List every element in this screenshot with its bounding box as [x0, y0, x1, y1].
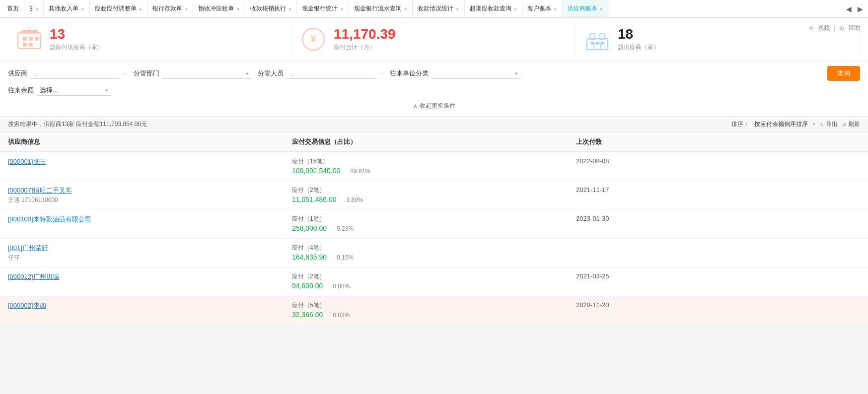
- filter-category: 往来单位分类: [390, 68, 521, 79]
- svg-rect-2: [23, 37, 27, 41]
- tx-cell-4: 应付（2笔）94,600.000.08%: [292, 272, 576, 290]
- total-payable-label: 应付合计（万）: [334, 43, 396, 52]
- close-tab-collection-stat[interactable]: ×: [456, 6, 459, 12]
- total-supplier-icon: [584, 26, 611, 53]
- help-icon: ⊙: [839, 25, 844, 32]
- nav-arrow-right[interactable]: ▶: [855, 0, 866, 18]
- tx-amount-2[interactable]: 258,000.00: [292, 224, 327, 232]
- close-tab-bank-deposit[interactable]: ×: [185, 6, 188, 12]
- query-button[interactable]: 查询: [827, 66, 860, 81]
- supplier-link-5[interactable]: [000002]李四: [8, 302, 46, 309]
- close-tab-payable-adjust[interactable]: ×: [139, 6, 142, 12]
- filter-balance: 往来余额 选择...: [8, 85, 111, 96]
- nav-tab-supplier-account[interactable]: 供应商账本×: [563, 0, 608, 18]
- supplier-link-4[interactable]: [000012]广州贝瑞: [8, 273, 59, 280]
- supplier-cell-4: [000012]广州贝瑞: [8, 272, 292, 281]
- col-tx-info: 应付交易信息（占比）: [292, 137, 576, 146]
- tx-percent-2: 0.23%: [337, 225, 354, 232]
- supplier-more-icon[interactable]: ···: [123, 70, 128, 77]
- close-tab-other-income[interactable]: ×: [81, 6, 84, 12]
- last-pay-4: 2021-03-25: [576, 272, 860, 280]
- col-supplier-info: 供应商信息: [8, 137, 292, 146]
- payable-suppliers-label: 总应付供应商（家）: [50, 43, 103, 52]
- tx-amount-0[interactable]: 100,092,540.00: [292, 167, 340, 175]
- tx-amount-3[interactable]: 164,635.90: [292, 253, 327, 261]
- last-pay-1: 2021-11-17: [576, 186, 860, 194]
- video-link[interactable]: 视频: [818, 24, 830, 32]
- person-more-icon[interactable]: ···: [379, 70, 384, 77]
- supplier-link-0[interactable]: [000001]张三: [8, 158, 46, 165]
- tx-amount-4[interactable]: 94,600.00: [292, 282, 323, 290]
- supplier-cell-0: [000001]张三: [8, 157, 292, 166]
- close-tab-cash-bank-flow[interactable]: ×: [404, 6, 407, 12]
- close-tab-customer-account[interactable]: ×: [554, 6, 557, 12]
- summary-area: ¥ 13 总应付供应商（家） ¥ 11,170.39 应付合计（万）: [0, 18, 868, 61]
- video-icon: ⊙: [809, 25, 814, 32]
- close-tab-collection-exec[interactable]: ×: [289, 6, 291, 12]
- dept-filter-select[interactable]: [162, 68, 252, 79]
- refresh-icon: ○: [843, 121, 846, 128]
- supplier-link-2[interactable]: [000100]本特勤油品有限公司: [8, 215, 91, 223]
- tx-percent-4: 0.08%: [333, 283, 350, 290]
- export-icon: ○: [820, 121, 824, 128]
- dept-filter-label: 分管部门: [134, 69, 159, 78]
- summary-card-payable-suppliers: ¥ 13 总应付供应商（家）: [8, 24, 292, 55]
- col-last-pay: 上次付数: [576, 137, 860, 146]
- svg-text:¥: ¥: [310, 33, 316, 44]
- table-row: [001]广州荣轩仔仔应付（4笔）164,635.900.15%: [0, 239, 868, 267]
- tx-percent-5: 0.03%: [333, 312, 350, 319]
- nav-arrow-left[interactable]: ◀: [843, 0, 855, 18]
- export-btn[interactable]: ○ 导出: [820, 120, 838, 129]
- nav-tab-collection-exec[interactable]: 收款核销执行×: [245, 0, 297, 18]
- category-filter-select[interactable]: [432, 68, 521, 79]
- refresh-btn[interactable]: ○ 刷新: [843, 120, 860, 129]
- balance-filter-select[interactable]: 选择...: [37, 85, 111, 96]
- supplier-filter-input[interactable]: [30, 68, 120, 79]
- help-link[interactable]: 帮助: [848, 24, 860, 32]
- nav-tab-cash-bank-flow[interactable]: 现金银行流水查询×: [349, 0, 413, 18]
- close-tab-supplier-account[interactable]: ×: [600, 6, 603, 12]
- tx-percent-3: 0.15%: [337, 254, 354, 261]
- sort-value[interactable]: 按应付余额倒序排序: [754, 120, 808, 129]
- nav-tab-advance-write-off[interactable]: 预收冲应收单×: [193, 0, 245, 18]
- close-tab-advance-write-off[interactable]: ×: [236, 6, 239, 12]
- last-pay-5: 2020-11-20: [576, 301, 860, 309]
- tx-amount-1[interactable]: 11,051,486.00: [292, 196, 337, 203]
- supplier-link-3[interactable]: [001]广州荣轩: [8, 244, 48, 252]
- filter-person: 分管人员 ···: [258, 68, 384, 79]
- nav-tab-tab3[interactable]: 3×: [24, 0, 44, 18]
- close-tab-cash-bank-stat[interactable]: ×: [340, 6, 343, 12]
- tx-cell-5: 应付（5笔）32,366.000.03%: [292, 301, 576, 319]
- dept-select-wrap: [162, 68, 252, 79]
- result-text: 搜索结果中，供应商13家 应付金额111,703,854.00元: [8, 120, 147, 129]
- table-header: 供应商信息 应付交易信息（占比） 上次付数: [0, 132, 868, 152]
- top-navigation: 首页3×其他收入单×应收应付调整单×银行存款单×预收冲应收单×收款核销执行×现金…: [0, 0, 868, 18]
- tx-label-5: 应付（5笔）: [292, 301, 576, 310]
- tx-label-4: 应付（2笔）: [292, 272, 576, 281]
- refresh-label: 刷新: [848, 120, 860, 129]
- tx-amount-5[interactable]: 32,366.00: [292, 311, 323, 319]
- close-tab-tab3[interactable]: ×: [35, 6, 38, 12]
- person-filter-input[interactable]: [287, 68, 376, 79]
- nav-tab-collection-stat[interactable]: 收款情况统计×: [413, 0, 464, 18]
- nav-tab-overdue-query[interactable]: 超期应收款查询×: [465, 0, 522, 18]
- nav-tab-payable-adjust[interactable]: 应收应付调整单×: [90, 0, 147, 18]
- svg-rect-1: [21, 30, 38, 34]
- nav-tab-home[interactable]: 首页: [2, 0, 24, 18]
- collapse-filter-btn[interactable]: ∧ 收起更多条件: [8, 100, 860, 114]
- nav-tab-bank-deposit[interactable]: 银行存款单×: [147, 0, 193, 18]
- supplier-link-1[interactable]: [000007]恒旺二手叉车: [8, 187, 72, 194]
- close-tab-overdue-query[interactable]: ×: [514, 6, 517, 12]
- total-suppliers-num: 18: [618, 27, 659, 42]
- supplier-sub-1: 王通 17106110000: [8, 196, 292, 204]
- nav-tab-cash-bank-stat[interactable]: 现金银行统计×: [297, 0, 349, 18]
- tx-label-2: 应付（1笔）: [292, 215, 576, 223]
- nav-tab-other-income[interactable]: 其他收入单×: [44, 0, 89, 18]
- balance-filter-label: 往来余额: [8, 86, 34, 95]
- nav-tab-customer-account[interactable]: 客户账本×: [522, 0, 562, 18]
- payable-suppliers-text: 13 总应付供应商（家）: [50, 27, 103, 52]
- supplier-sub-3: 仔仔: [8, 254, 292, 262]
- tx-label-3: 应付（4笔）: [292, 244, 576, 252]
- person-filter-label: 分管人员: [258, 69, 284, 78]
- table-row: [000001]张三应付（15笔）100,092,540.0089.61%202…: [0, 152, 868, 181]
